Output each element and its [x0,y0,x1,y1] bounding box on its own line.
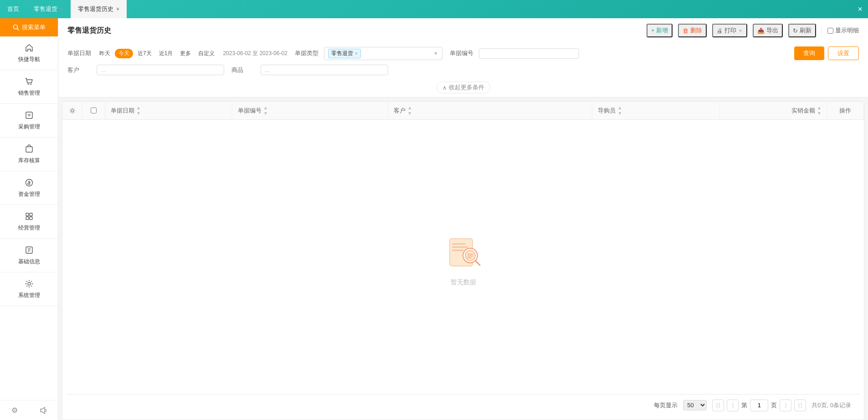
number-filter-input[interactable] [479,48,579,59]
refresh-button[interactable]: ↻ 刷新 [788,24,816,37]
date-btn-7days[interactable]: 近7天 [135,49,154,58]
type-filter-label: 单据类型 [295,49,320,57]
finance-icon [24,178,34,188]
date-range-display: 2023-06-02 至 2023-06-02 [223,50,287,57]
th-date[interactable]: 单据日期 ▲▼ [105,102,232,119]
date-filter-buttons: 昨天 今天 近7天 近1月 更多 自定义 [97,49,217,58]
select-all-checkbox[interactable] [91,108,97,113]
type-tag-close[interactable]: × [355,51,358,56]
date-btn-1month[interactable]: 近1月 [156,49,176,58]
th-customer[interactable]: 客户 ▲▼ [388,102,592,119]
amount-sort-icon: ▲▼ [817,105,822,116]
date-filter-label: 单据日期 [67,49,93,57]
th-action: 操作 [827,102,864,119]
pager-prev-button[interactable]: ⟨ [727,400,739,411]
show-detail-checkbox[interactable] [827,28,833,34]
pagination-bar: 每页显示 50 10 20 100 ⟨⟨ ⟨ 第 页 ⟩ ⟩⟩ 共0页, 0条记… [66,394,860,416]
pager-page-input[interactable] [750,400,768,411]
customer-filter-input[interactable]: ... [97,65,224,75]
sidebar-item-sales-mgmt[interactable]: 销售管理 [0,70,58,104]
svg-rect-11 [26,217,29,220]
per-page-label: 每页显示 [654,401,678,410]
filter-col-left: 单据日期 昨天 今天 近7天 近1月 更多 自定义 2023-06-02 至 2… [67,46,859,80]
th-settings[interactable] [62,102,82,119]
sidebar-item-purchase-mgmt[interactable]: 采购管理 [0,104,58,138]
export-icon: 📤 [757,27,765,34]
top-bar: 首页 零售退货 × 零售退货历史 × × [0,0,868,18]
type-tag-retail-return: 零售退货 × [328,49,361,58]
sidebar-item-quick-nav[interactable]: 快捷导航 [0,36,58,70]
tab-retail-return[interactable]: 零售退货 × [26,0,71,18]
goods-filter-label: 商品 [231,66,257,74]
filter-section: 单据日期 昨天 今天 近7天 近1月 更多 自定义 2023-06-02 至 2… [67,46,859,80]
pager: ⟨⟨ ⟨ 第 页 ⟩ ⟩⟩ [712,400,806,411]
guide-sort-icon: ▲▼ [617,105,622,116]
content-area: 零售退货历史 + 新增 🗑 删除 🖨 打印 ▼ 📤 [58,18,868,420]
pager-next-button[interactable]: ⟩ [780,400,791,411]
svg-rect-23 [452,250,463,251]
sidebar-item-operation[interactable]: 经营管理 [0,205,58,239]
toolbar: + 新增 🗑 删除 🖨 打印 ▼ 📤 导出 [647,24,859,37]
th-checkbox[interactable] [82,102,105,119]
svg-line-1 [17,29,19,31]
main-layout: 搜索菜单 快捷导航 销售管理 [0,18,868,420]
show-detail-checkbox-label[interactable]: 显示明细 [827,26,859,35]
date-btn-more[interactable]: 更多 [177,49,194,58]
tab-retail-return-history[interactable]: 零售退货历史 × [71,0,127,18]
sidebar-search[interactable]: 搜索菜单 [0,18,58,36]
date-btn-yesterday[interactable]: 昨天 [97,49,113,58]
customer-sort-icon: ▲▼ [407,105,412,116]
sidebar-item-finance[interactable]: 资金管理 [0,171,58,205]
filter-area: 单据日期 昨天 今天 近7天 近1月 更多 自定义 2023-06-02 至 2… [67,42,859,97]
date-sort-icon: ▲▼ [136,105,141,116]
window-close-button[interactable]: × [858,5,863,14]
svg-point-2 [27,84,28,85]
print-chevron-icon: ▼ [738,28,743,33]
sidebar-settings-button[interactable]: ⚙ [0,400,29,420]
tab-home[interactable]: 首页 [0,0,26,18]
collapse-button[interactable]: ∧ 收起更多条件 [437,82,490,93]
svg-point-3 [30,84,31,85]
svg-point-25 [465,251,475,261]
th-guide[interactable]: 导购员 ▲▼ [592,102,719,119]
tab-retail-return-history-close[interactable]: × [116,6,119,12]
sidebar-audio-button[interactable] [29,400,58,420]
empty-icon [441,227,486,273]
purchase-icon [24,110,34,120]
table-container: 单据日期 ▲▼ 单据编号 ▲▼ 客户 ▲▼ 导购员 ▲▼ 实销金额 ▲▼ [62,101,864,420]
query-button[interactable]: 查询 [794,46,824,60]
date-btn-today[interactable]: 今天 [115,49,133,58]
filter-goods: 商品 ... [231,65,388,75]
svg-rect-9 [26,213,29,216]
number-sort-icon: ▲▼ [263,105,268,116]
new-button[interactable]: + 新增 [647,24,673,37]
print-icon: 🖨 [717,27,723,34]
number-filter-label: 单据编号 [450,49,475,57]
empty-illustration: 暂无数据 [441,227,486,287]
sidebar: 搜索菜单 快捷导航 销售管理 [0,18,58,420]
type-filter-select[interactable]: 零售退货 × ▼ [324,47,442,60]
empty-text: 暂无数据 [451,278,476,287]
sidebar-item-basic-info[interactable]: 基础信息 [0,239,58,272]
cart-icon [24,77,34,87]
date-btn-custom[interactable]: 自定义 [195,49,217,58]
svg-rect-7 [26,147,32,152]
pager-first-button[interactable]: ⟨⟨ [712,400,724,411]
tab-retail-return-close[interactable]: × [60,6,63,12]
sidebar-item-inventory[interactable]: 库存核算 [0,138,58,171]
export-button[interactable]: 📤 导出 [753,24,783,37]
goods-filter-input[interactable]: ... [261,65,388,75]
pager-last-button[interactable]: ⟩⟩ [794,400,806,411]
th-number[interactable]: 单据编号 ▲▼ [232,102,388,119]
per-page-select[interactable]: 50 10 20 100 [683,400,707,410]
sidebar-bottom: ⚙ [0,400,58,420]
print-button[interactable]: 🖨 打印 ▼ [712,24,747,37]
delete-button[interactable]: 🗑 删除 [678,24,707,37]
collapse-row: ∧ 收起更多条件 [67,80,859,97]
filter-settings-button[interactable]: 设置 [828,46,859,60]
svg-marker-18 [41,407,45,414]
home-icon [24,43,34,53]
th-amount[interactable]: 实销金额 ▲▼ [719,102,827,119]
sidebar-item-system-mgmt[interactable]: 系统管理 [0,272,58,306]
filter-row-1: 单据日期 昨天 今天 近7天 近1月 更多 自定义 2023-06-02 至 2… [67,46,859,60]
